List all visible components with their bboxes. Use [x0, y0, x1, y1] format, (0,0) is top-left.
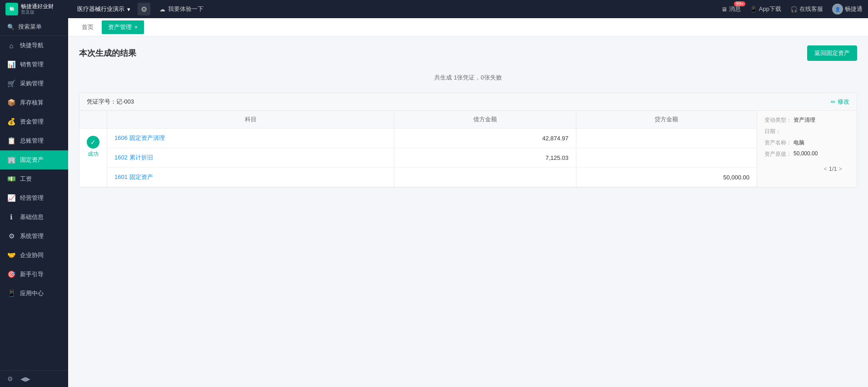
settings-bottom-icon[interactable]: ⚙ — [7, 375, 13, 382]
logo-text: 畅捷通好业财 普及版 — [21, 3, 54, 15]
voucher-number: 凭证字号：记-003 — [87, 98, 134, 106]
sidebar-item-enterprise[interactable]: 🤝 企业协同 — [0, 246, 68, 265]
table-row: 1602 累计折旧 7,125.03 — [79, 148, 757, 168]
logo-area: 畅 畅捷通好业财 普及版 — [5, 3, 74, 15]
sidebar: 🔍 搜索菜单 ⌂ 快捷导航 📊 销售管理 🛒 采购管理 📦 库存核算 💰 资金管… — [0, 18, 68, 387]
sidebar-item-funds[interactable]: 💰 资金管理 — [0, 112, 68, 131]
sidebar-item-fixed-assets[interactable]: 🏢 固定资产 — [0, 150, 68, 169]
sidebar-item-label: 快捷导航 — [20, 41, 44, 50]
workspace-selector[interactable]: 医疗器械行业演示 ▾ — [74, 3, 134, 15]
voucher-header: 凭证字号：记-003 ✏ 修改 — [79, 93, 857, 111]
cloud-icon: ☁ — [159, 6, 165, 13]
purchase-icon: 🛒 — [7, 79, 15, 88]
prev-page-icon[interactable]: < — [824, 165, 828, 172]
search-icon: 🔍 — [7, 24, 15, 30]
ledger-icon: 📋 — [7, 137, 15, 145]
operations-icon: 📈 — [7, 194, 15, 202]
sidebar-item-guide[interactable]: 🎯 新手引导 — [0, 265, 68, 284]
sidebar-item-ledger[interactable]: 📋 总账管理 — [0, 131, 68, 150]
content-area: 本次生成的结果 返回固定资产 共生成 1张凭证，0张失败 凭证字号：记-003 … — [68, 36, 868, 387]
table-row: ✓ 成功 1606 固定资产清理 42,874.97 — [79, 129, 757, 148]
tabs-bar: 首页 资产管理 × — [68, 18, 868, 36]
header-right: 🖥 消息 99+ 📱 App下载 🎧 在线客服 👤 畅捷通 — [721, 4, 863, 15]
logo-subtitle: 普及版 — [21, 10, 54, 15]
next-page-icon[interactable]: > — [838, 165, 842, 172]
sidebar-item-sales[interactable]: 📊 销售管理 — [0, 55, 68, 74]
col-debit: 借方金额 — [394, 111, 576, 129]
basic-info-icon: ℹ — [7, 213, 15, 221]
collapse-icon[interactable]: ◀▶ — [20, 375, 30, 382]
chevron-down-icon: ▾ — [127, 6, 130, 13]
right-side: 首页 资产管理 × 本次生成的结果 返回固定资产 共生成 1张凭证，0张失败 凭… — [68, 18, 868, 387]
inventory-icon: 📦 — [7, 99, 15, 107]
table-row: 1601 固定资产 50,000.00 — [79, 168, 757, 187]
sidebar-item-label: 应用中心 — [20, 289, 44, 298]
sidebar-item-label: 销售管理 — [20, 60, 44, 69]
change-type-item: 变动类型： 资产清理 — [764, 116, 849, 124]
voucher-body: 科目 借方金额 贷方金额 ✓ 成功 — [79, 111, 857, 187]
sales-icon: 📊 — [7, 60, 15, 69]
credit-cell — [576, 129, 757, 148]
top-header: 畅 畅捷通好业财 普及版 医疗器械行业演示 ▾ ⚙ ☁ 我要体验一下 🖥 消息 … — [0, 0, 868, 18]
sidebar-search[interactable]: 🔍 搜索菜单 — [0, 18, 68, 36]
mobile-icon: 📱 — [750, 6, 757, 13]
app-center-icon: 📱 — [7, 289, 15, 298]
tab-close-icon[interactable]: × — [134, 25, 138, 30]
change-type-value: 资产清理 — [794, 116, 815, 124]
workspace-name: 医疗器械行业演示 — [77, 5, 124, 13]
col-credit: 贷方金额 — [576, 111, 757, 129]
sidebar-item-purchase[interactable]: 🛒 采购管理 — [0, 74, 68, 93]
sidebar-item-payroll[interactable]: 💵 工资 — [0, 169, 68, 189]
voucher-table: 科目 借方金额 贷方金额 ✓ 成功 — [79, 111, 757, 187]
tab-asset-management[interactable]: 资产管理 × — [102, 20, 144, 34]
edit-icon: ✏ — [831, 99, 836, 105]
gear-button[interactable]: ⚙ — [138, 3, 150, 15]
return-button[interactable]: 返回固定资产 — [807, 45, 857, 61]
account-cell: 1602 累计折旧 — [107, 148, 394, 168]
sidebar-item-label: 经营管理 — [20, 194, 44, 202]
tab-home[interactable]: 首页 — [75, 20, 100, 34]
credit-cell: 50,000.00 — [576, 168, 757, 187]
date-item: 日期： — [764, 128, 849, 135]
sidebar-bottom: ⚙ ◀▶ — [0, 370, 68, 387]
account-cell: 1601 固定资产 — [107, 168, 394, 187]
original-value-label: 资产原值： — [764, 150, 792, 158]
sidebar-item-label: 新手引导 — [20, 270, 44, 278]
col-account: 科目 — [107, 111, 394, 129]
debit-cell: 42,874.97 — [394, 129, 576, 148]
sidebar-item-label: 固定资产 — [20, 156, 44, 164]
user-item[interactable]: 👤 畅捷通 — [832, 4, 863, 15]
messages-badge: 99+ — [734, 1, 745, 6]
asset-name-label: 资产名称： — [764, 139, 792, 147]
messages-item[interactable]: 🖥 消息 99+ — [721, 5, 741, 13]
edit-button[interactable]: ✏ 修改 — [831, 98, 849, 106]
online-service-item[interactable]: 🎧 在线客服 — [790, 5, 823, 13]
sidebar-item-label: 工资 — [20, 175, 32, 183]
headset-icon: 🎧 — [790, 6, 798, 13]
experience-button[interactable]: ☁ 我要体验一下 — [159, 5, 203, 13]
search-label: 搜索菜单 — [18, 23, 42, 31]
main-layout: 🔍 搜索菜单 ⌂ 快捷导航 📊 销售管理 🛒 采购管理 📦 库存核算 💰 资金管… — [0, 18, 868, 387]
sidebar-item-quick-nav[interactable]: ⌂ 快捷导航 — [0, 36, 68, 55]
funds-icon: 💰 — [7, 118, 15, 126]
summary-text: 共生成 1张凭证，0张失败 — [79, 70, 857, 85]
sidebar-item-label: 库存核算 — [20, 99, 44, 107]
sidebar-item-basic-info[interactable]: ℹ 基础信息 — [0, 208, 68, 227]
payroll-icon: 💵 — [7, 175, 15, 183]
original-value-item: 资产原值： 50,000.00 — [764, 150, 849, 158]
message-icon: 🖥 — [721, 6, 727, 13]
pagination-row: < 1/1 > — [764, 162, 849, 176]
debit-cell — [394, 168, 576, 187]
debit-cell: 7,125.03 — [394, 148, 576, 168]
sidebar-item-label: 资金管理 — [20, 118, 44, 126]
credit-cell — [576, 148, 757, 168]
sidebar-item-app-center[interactable]: 📱 应用中心 — [0, 284, 68, 303]
success-circle: ✓ — [87, 136, 99, 149]
sidebar-item-label: 基础信息 — [20, 213, 44, 221]
app-download-item[interactable]: 📱 App下载 — [750, 5, 781, 13]
guide-icon: 🎯 — [7, 270, 15, 278]
sidebar-item-operations[interactable]: 📈 经营管理 — [0, 189, 68, 208]
sidebar-item-inventory[interactable]: 📦 库存核算 — [0, 93, 68, 112]
date-label: 日期： — [764, 128, 781, 135]
sidebar-item-system[interactable]: ⚙ 系统管理 — [0, 227, 68, 246]
